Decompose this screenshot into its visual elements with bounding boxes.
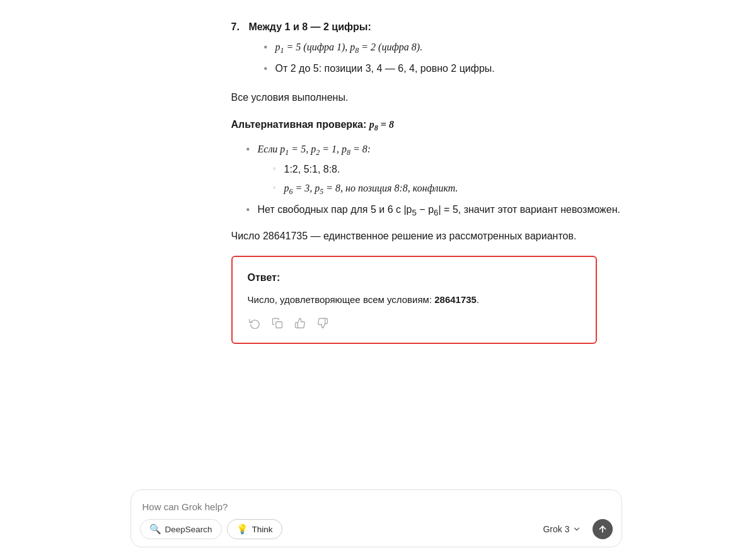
- list-item: p1 = 5 (цифра 1), p8 = 2 (цифра 8).: [264, 39, 495, 57]
- thumbs-down-button[interactable]: [316, 316, 330, 330]
- list-item: Нет свободных пар для 5 и 6 с |p5 − p6| …: [246, 202, 622, 220]
- final-note: Число 28641735 — единственное решение из…: [231, 228, 622, 244]
- item-7-title: Между 1 и 8 — 2 цифры:: [249, 21, 371, 32]
- page-wrapper: 7. Между 1 и 8 — 2 цифры: p1 = 5 (цифра …: [105, 0, 647, 431]
- answer-title: Ответ:: [248, 270, 581, 286]
- thumbs-up-button[interactable]: [293, 316, 307, 330]
- content-area: 7. Между 1 и 8 — 2 цифры: p1 = 5 (цифра …: [231, 13, 622, 344]
- answer-actions: [248, 316, 581, 330]
- alt-checks: Если p1 = 5, p2 = 1, p8 = 8: 1:2, 5:1, 8…: [231, 141, 622, 220]
- alt-sub-bullets: 1:2, 5:1, 8:8. p6 = 3, p5 = 8, но позици…: [258, 161, 622, 198]
- alt-sub-1: 1:2, 5:1, 8:8.: [284, 164, 340, 174]
- alt-bullet-1: Если p1 = 5, p2 = 1, p8 = 8:: [258, 144, 371, 154]
- item-7-bullet-2: От 2 до 5: позиции 3, 4 — 6, 4, ровно 2 …: [275, 63, 495, 74]
- list-item: От 2 до 5: позиции 3, 4 — 6, 4, ровно 2 …: [264, 60, 495, 77]
- refresh-button[interactable]: [248, 316, 262, 330]
- answer-value: 28641735: [434, 294, 477, 305]
- answer-text: Число, удовлетворяющее всем условиям: 28…: [248, 292, 581, 307]
- list-item: 1:2, 5:1, 8:8.: [273, 161, 622, 178]
- answer-box: Ответ: Число, удовлетворяющее всем услов…: [231, 256, 597, 344]
- alt-bullet-2: Нет свободных пар для 5 и 6 с |p5 − p6| …: [258, 204, 620, 215]
- copy-button[interactable]: [270, 316, 284, 330]
- svg-rect-0: [275, 321, 282, 328]
- alt-sub-2: p6 = 3, p5 = 8, но позиция 8:8, конфликт…: [284, 183, 458, 193]
- alt-header: Альтернативная проверка: p8 = 8: [231, 117, 622, 134]
- all-conditions-text: Все условия выполнены.: [231, 89, 622, 106]
- item-7-bullets: p1 = 5 (цифра 1), p8 = 2 (цифра 8). От 2…: [249, 39, 495, 77]
- item-7-number: 7.: [231, 19, 244, 81]
- list-item: p6 = 3, p5 = 8, но позиция 8:8, конфликт…: [273, 180, 622, 198]
- item-7-bullet-1: p1 = 5 (цифра 1), p8 = 2 (цифра 8).: [275, 42, 423, 52]
- list-item: Если p1 = 5, p2 = 1, p8 = 8: 1:2, 5:1, 8…: [246, 141, 622, 198]
- item-7: 7. Между 1 и 8 — 2 цифры: p1 = 5 (цифра …: [231, 19, 622, 81]
